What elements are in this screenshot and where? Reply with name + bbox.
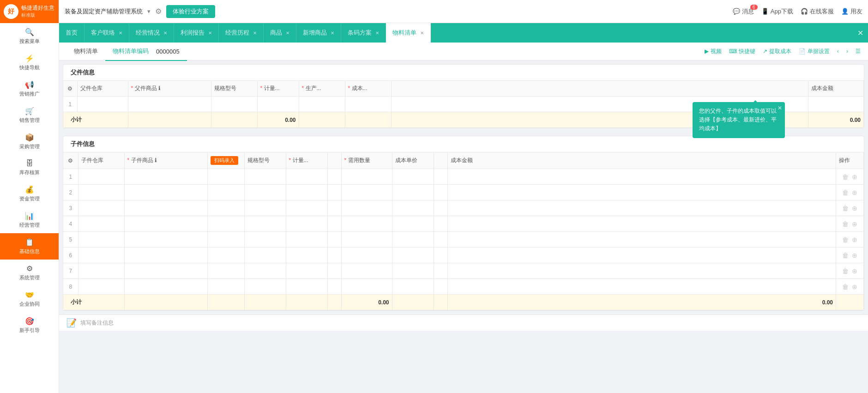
close-profit-icon[interactable]: ✕ <box>208 30 212 36</box>
child-row-goods[interactable] <box>124 279 207 295</box>
single-setting-btn[interactable]: 📄 单据设置 <box>799 48 830 55</box>
delete-icon[interactable]: 🗑 <box>841 189 850 196</box>
sidebar-item-inventory[interactable]: 🗄 库存核算 <box>0 155 59 181</box>
view-btn[interactable]: ▶ 视频 <box>705 48 722 55</box>
child-row-spec[interactable] <box>244 248 286 263</box>
copy-icon[interactable]: ⊕ <box>851 267 858 275</box>
child-row-goods[interactable] <box>124 248 207 263</box>
settings-icon[interactable]: ⚙ <box>155 7 162 16</box>
sidebar-item-sales[interactable]: 🛒 销售管理 <box>0 102 59 128</box>
tab-bom[interactable]: 物料清单 ✕ <box>386 23 431 42</box>
child-row-goods[interactable] <box>124 232 207 248</box>
tab-barcode[interactable]: 条码方案 ✕ <box>341 23 386 42</box>
child-row-need[interactable] <box>341 185 392 200</box>
child-row-warehouse[interactable] <box>78 185 124 200</box>
parent-row-1-prod[interactable] <box>299 97 345 112</box>
online-service-action[interactable]: 🎧 在线客服 <box>801 7 834 16</box>
close-barcode-icon[interactable]: ✕ <box>375 30 379 36</box>
child-row-spec[interactable] <box>244 263 286 279</box>
copy-icon[interactable]: ⊕ <box>851 205 858 212</box>
child-row-qty[interactable] <box>286 200 327 216</box>
child-row-goods[interactable] <box>124 200 207 216</box>
child-row-price[interactable] <box>392 232 434 248</box>
child-row-goods[interactable] <box>124 169 207 185</box>
child-row-warehouse[interactable] <box>78 169 124 185</box>
scan-input-btn[interactable]: 扫码录入 <box>211 156 238 165</box>
child-row-warehouse[interactable] <box>78 216 124 232</box>
copy-icon[interactable]: ⊕ <box>851 252 858 259</box>
nav-close-all[interactable]: ✕ <box>853 29 868 37</box>
tab-profit[interactable]: 利润报告 ✕ <box>174 23 219 42</box>
message-action[interactable]: 💬 消息 6 <box>733 7 754 16</box>
child-row-spec[interactable] <box>244 185 286 200</box>
tab-customer[interactable]: 客户联络 ✕ <box>84 23 129 42</box>
sidebar-item-marketing[interactable]: 📢 营销推广 <box>0 76 59 102</box>
child-row-spec[interactable] <box>244 216 286 232</box>
tooltip-close-btn[interactable]: ✕ <box>778 104 782 113</box>
copy-icon[interactable]: ⊕ <box>851 236 858 243</box>
child-row-qty[interactable] <box>286 263 327 279</box>
tab-biz-history[interactable]: 经营历程 ✕ <box>219 23 264 42</box>
child-row-need[interactable] <box>341 200 392 216</box>
sidebar-item-basic-info[interactable]: 📋 基础信息 <box>0 233 59 260</box>
nav-next-btn[interactable]: › <box>846 48 848 54</box>
child-row-qty[interactable] <box>286 216 327 232</box>
close-add-goods-icon[interactable]: ✕ <box>331 30 334 36</box>
copy-icon[interactable]: ⊕ <box>851 220 858 228</box>
child-row-spec[interactable] <box>244 200 286 216</box>
delete-icon[interactable]: 🗑 <box>841 283 850 290</box>
child-row-warehouse[interactable] <box>78 263 124 279</box>
parent-row-1-qty[interactable] <box>257 97 299 112</box>
shortcut-btn[interactable]: ⌨ 快捷键 <box>729 48 755 55</box>
child-row-spec[interactable] <box>244 279 286 295</box>
sidebar-item-system[interactable]: ⚙ 系统管理 <box>0 260 59 286</box>
close-goods-icon[interactable]: ✕ <box>286 30 289 36</box>
child-row-spec[interactable] <box>244 232 286 248</box>
copy-icon[interactable]: ⊕ <box>851 173 858 181</box>
child-row-goods[interactable] <box>124 263 207 279</box>
child-row-price[interactable] <box>392 263 434 279</box>
child-row-goods[interactable] <box>124 185 207 200</box>
sidebar-item-enterprise[interactable]: 🤝 企业协同 <box>0 286 59 312</box>
copy-icon[interactable]: ⊕ <box>851 189 858 196</box>
child-row-spec[interactable] <box>244 169 286 185</box>
nav-prev-btn[interactable]: ‹ <box>837 48 839 54</box>
child-row-qty[interactable] <box>286 248 327 263</box>
sub-tab-list[interactable]: 物料清单 <box>66 42 105 61</box>
delete-icon[interactable]: 🗑 <box>841 236 850 243</box>
sidebar-item-operations[interactable]: 📊 经营管理 <box>0 207 59 233</box>
delete-icon[interactable]: 🗑 <box>841 252 850 259</box>
child-row-need[interactable] <box>341 263 392 279</box>
child-row-need[interactable] <box>341 248 392 263</box>
child-row-price[interactable] <box>392 169 434 185</box>
delete-icon[interactable]: 🗑 <box>841 220 850 228</box>
child-row-price[interactable] <box>392 279 434 295</box>
delete-icon[interactable]: 🗑 <box>841 267 850 275</box>
child-row-qty[interactable] <box>286 279 327 295</box>
child-row-price[interactable] <box>392 200 434 216</box>
child-row-need[interactable] <box>341 169 392 185</box>
child-row-price[interactable] <box>392 216 434 232</box>
child-row-need[interactable] <box>341 216 392 232</box>
sub-tab-detail[interactable]: 物料清单编码 0000005 <box>105 42 187 61</box>
child-row-warehouse[interactable] <box>78 279 124 295</box>
copy-icon[interactable]: ⊕ <box>851 283 858 290</box>
experience-btn[interactable]: 体验行业方案 <box>166 5 215 18</box>
child-row-qty[interactable] <box>286 232 327 248</box>
child-row-price[interactable] <box>392 248 434 263</box>
extract-cost-btn[interactable]: ↗ 提取成本 <box>763 48 791 55</box>
child-row-goods[interactable] <box>124 216 207 232</box>
parent-row-1-cost[interactable] <box>345 97 391 112</box>
sidebar-item-quick-nav[interactable]: ⚡ 快捷导航 <box>0 49 59 76</box>
close-bom-icon[interactable]: ✕ <box>420 30 424 36</box>
child-row-warehouse[interactable] <box>78 232 124 248</box>
delete-icon[interactable]: 🗑 <box>841 205 850 212</box>
parent-row-1-goods[interactable] <box>128 97 211 112</box>
sidebar-item-purchase[interactable]: 📦 采购管理 <box>0 128 59 155</box>
child-row-need[interactable] <box>341 232 392 248</box>
delete-icon[interactable]: 🗑 <box>841 173 850 181</box>
parent-row-1-spec[interactable] <box>211 97 257 112</box>
user-action[interactable]: 👤 用友 <box>841 7 862 16</box>
sidebar-item-finance[interactable]: 💰 资金管理 <box>0 181 59 207</box>
child-row-warehouse[interactable] <box>78 200 124 216</box>
